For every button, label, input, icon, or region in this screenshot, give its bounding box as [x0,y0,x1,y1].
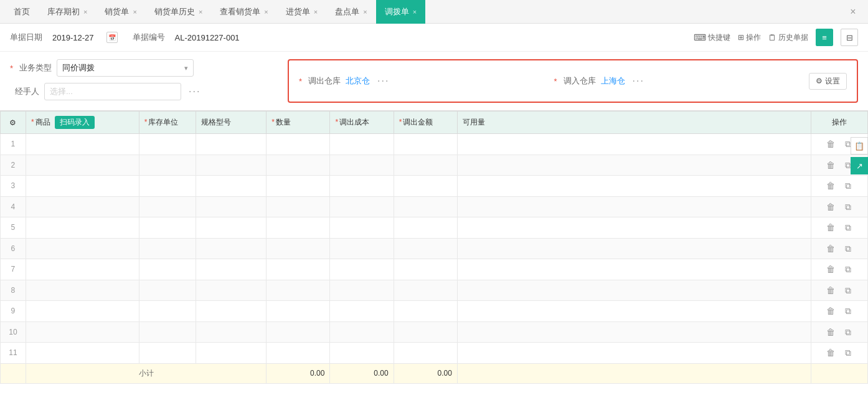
tab-view-sales[interactable]: 查看销货单 × [211,0,276,24]
row-11-available[interactable] [457,343,811,364]
row-8-unit[interactable] [139,280,196,301]
handler-more-btn[interactable]: ··· [186,86,203,97]
row-11-unit[interactable] [139,343,196,364]
settings-button[interactable]: ⚙ 设置 [809,73,847,90]
row-2-product[interactable] [26,155,139,176]
delete-icon-8[interactable]: 🗑 [824,284,837,297]
tab-sales-order[interactable]: 销货单 × [96,0,145,24]
row-7-amount[interactable] [394,259,457,280]
row-5-unit[interactable] [139,217,196,239]
biz-type-field[interactable]: 同价调拨 ▾ [57,59,194,77]
tab-close-sales-history[interactable]: × [199,8,202,16]
operations-btn[interactable]: ⊞ 操作 [738,32,761,43]
out-warehouse-value[interactable]: 北京仓 [346,75,370,87]
row-10-product[interactable] [26,321,139,343]
row-8-product[interactable] [26,280,139,301]
row-2-available[interactable] [457,155,811,176]
copy-icon-9[interactable]: ⧉ [842,305,854,318]
row-2-amount[interactable] [394,155,457,176]
delete-icon-6[interactable]: 🗑 [824,242,837,255]
row-4-product[interactable] [26,196,139,217]
row-1-unit[interactable] [139,134,196,155]
row-9-unit[interactable] [139,301,196,322]
row-3-amount[interactable] [394,176,457,197]
row-11-quantity[interactable] [267,343,330,364]
row-3-unit[interactable] [139,176,196,197]
tab-home[interactable]: 首页 [5,0,39,24]
delete-icon-3[interactable]: 🗑 [824,179,837,192]
row-3-spec[interactable] [196,176,267,197]
row-9-cost[interactable] [330,301,394,322]
row-4-unit[interactable] [139,196,196,217]
out-warehouse-more-btn[interactable]: ··· [375,75,392,87]
row-4-quantity[interactable] [267,196,330,217]
row-11-spec[interactable] [196,343,267,364]
row-10-cost[interactable] [330,321,394,343]
row-10-available[interactable] [457,321,811,343]
row-5-available[interactable] [457,217,811,239]
scan-button[interactable]: 扫码录入 [55,116,95,129]
row-7-available[interactable] [457,259,811,280]
row-7-product[interactable] [26,259,139,280]
tab-inventory-check[interactable]: 盘点单 × [326,0,375,24]
row-6-amount[interactable] [394,238,457,259]
grid-view-btn[interactable]: ⊟ [841,29,858,46]
row-1-amount[interactable] [394,134,457,155]
row-6-product[interactable] [26,238,139,259]
col-settings-header[interactable]: ⚙ [1,112,26,134]
row-7-spec[interactable] [196,259,267,280]
tab-close-inventory-check[interactable]: × [363,8,367,16]
row-4-available[interactable] [457,196,811,217]
row-6-cost[interactable] [330,238,394,259]
note-mini-btn[interactable]: 📋 [851,137,868,155]
row-6-quantity[interactable] [267,238,330,259]
delete-icon-2[interactable]: 🗑 [824,159,837,171]
delete-icon-5[interactable]: 🗑 [824,221,837,234]
copy-icon-5[interactable]: ⧉ [842,222,854,234]
row-5-quantity[interactable] [267,217,330,239]
delete-icon-9[interactable]: 🗑 [824,305,837,317]
row-9-amount[interactable] [394,301,457,322]
row-7-quantity[interactable] [267,259,330,280]
copy-icon-8[interactable]: ⧉ [842,284,854,297]
date-picker-icon[interactable]: 📅 [106,32,118,43]
tab-sales-history[interactable]: 销货单历史 × [146,0,211,24]
tab-close-purchase[interactable]: × [314,8,318,16]
list-view-btn[interactable]: ≡ [816,29,833,46]
row-7-cost[interactable] [330,259,394,280]
shortcuts-btn[interactable]: ⌨ 快捷键 [694,32,730,43]
tab-close-view-sales[interactable]: × [264,8,268,16]
delete-icon-1[interactable]: 🗑 [824,138,837,150]
row-8-cost[interactable] [330,280,394,301]
row-3-product[interactable] [26,176,139,197]
row-6-available[interactable] [457,238,811,259]
row-3-quantity[interactable] [267,176,330,197]
row-5-amount[interactable] [394,217,457,239]
row-5-cost[interactable] [330,217,394,239]
row-6-unit[interactable] [139,238,196,259]
row-11-cost[interactable] [330,343,394,364]
row-1-cost[interactable] [330,134,394,155]
delete-icon-4[interactable]: 🗑 [824,201,837,213]
delete-icon-7[interactable]: 🗑 [824,263,837,275]
copy-icon-7[interactable]: ⧉ [842,264,854,276]
row-2-cost[interactable] [330,155,394,176]
tab-close-inventory-init[interactable]: × [83,8,87,16]
copy-icon-10[interactable]: ⧉ [842,326,854,338]
tab-inventory-init[interactable]: 库存期初 × [39,0,96,24]
row-2-quantity[interactable] [267,155,330,176]
row-3-available[interactable] [457,176,811,197]
row-8-spec[interactable] [196,280,267,301]
row-8-amount[interactable] [394,280,457,301]
row-8-quantity[interactable] [267,280,330,301]
tab-transfer[interactable]: 调拨单 × [376,0,425,24]
history-btn[interactable]: 🗒 历史单据 [768,32,808,43]
row-9-available[interactable] [457,301,811,322]
row-10-quantity[interactable] [267,321,330,343]
row-7-unit[interactable] [139,259,196,280]
window-close-button[interactable]: × [843,2,863,22]
row-10-spec[interactable] [196,321,267,343]
handler-field[interactable]: 选择... [44,83,181,100]
in-warehouse-value[interactable]: 上海仓 [601,75,625,87]
row-8-available[interactable] [457,280,811,301]
